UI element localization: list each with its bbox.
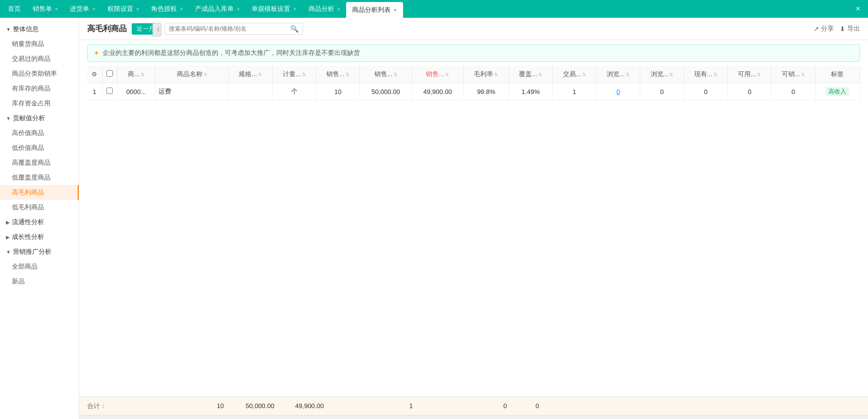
footer-sales-profit: 49,900.00 (285, 402, 334, 410)
nav-close-product-analysis-list[interactable]: × (394, 7, 397, 13)
sidebar-section-marketing[interactable]: ▼ 营销推广分析 (0, 244, 79, 259)
nav-template[interactable]: 单据模板设置 × (246, 0, 302, 18)
nav-roles[interactable]: 角色授权 × (145, 0, 189, 18)
row-transaction: 1 (553, 83, 596, 100)
col-settings[interactable]: ⚙ (87, 66, 102, 83)
select-all-checkbox[interactable] (106, 70, 113, 77)
footer-sales-qty: 10 (205, 402, 235, 410)
col-browse2[interactable]: 浏览...⇅ (640, 66, 684, 83)
row-coverage: 1.49% (509, 83, 553, 100)
search-input[interactable] (169, 25, 290, 32)
nav-close-permissions[interactable]: × (136, 6, 139, 12)
col-unit[interactable]: 计量...⇅ (272, 66, 316, 83)
row-saleable: 0 (771, 83, 815, 100)
sidebar-section-growth[interactable]: ▶ 成长性分析 (0, 230, 79, 244)
col-sales-profit[interactable]: 销售...⇅ (411, 66, 463, 83)
footer-label: 合计： (87, 402, 106, 411)
row-available: 0 (728, 83, 771, 100)
sidebar-item-stock-capital[interactable]: 库存资金占用 (0, 96, 79, 111)
col-coverage[interactable]: 覆盖...⇅ (509, 66, 553, 83)
col-spec[interactable]: 规格...⇅ (229, 66, 272, 83)
share-button[interactable]: ↗ 分享 (814, 24, 834, 33)
arrow-marketing: ▼ (6, 249, 11, 255)
nav-close-product-analysis[interactable]: × (337, 6, 340, 12)
main-container: ▼ 整体信息 销量货商品 交易过的商品 商品分类助销率 有库存的商品 库存资金占… (0, 18, 868, 419)
row-checkbox (102, 83, 117, 100)
sidebar-section-contribution[interactable]: ▼ 贡献值分析 (0, 111, 79, 126)
col-name[interactable]: 商品名称⇅ (155, 66, 229, 83)
arrow-overall: ▼ (6, 27, 11, 32)
table-wrapper: ⚙ 商...⇅ 商品名称⇅ 规格...⇅ 计量...⇅ 销售...⇅ 销售...… (79, 66, 868, 396)
footer-current-stock: 0 (488, 402, 522, 410)
col-tag[interactable]: 标签 (815, 66, 860, 83)
nav-sales-order[interactable]: 销售单 × (27, 0, 64, 18)
sidebar-section-overall[interactable]: ▼ 整体信息 (0, 22, 79, 37)
page-title: 高毛利商品 (87, 24, 127, 34)
horizontal-scrollbar[interactable] (79, 415, 868, 419)
sidebar: ▼ 整体信息 销量货商品 交易过的商品 商品分类助销率 有库存的商品 库存资金占… (0, 18, 79, 419)
row-spec (229, 83, 272, 100)
nav-product-inbound[interactable]: 产成品入库单 × (189, 0, 246, 18)
col-browse1[interactable]: 浏览...⇅ (596, 66, 640, 83)
nav-home[interactable]: 首页 (2, 0, 27, 18)
col-checkbox (102, 66, 117, 83)
col-current-stock[interactable]: 现有...⇅ (684, 66, 727, 83)
data-table: ⚙ 商...⇅ 商品名称⇅ 规格...⇅ 计量...⇅ 销售...⇅ 销售...… (87, 66, 860, 100)
sidebar-item-in-stock[interactable]: 有库存的商品 (0, 81, 79, 96)
col-sales-amount[interactable]: 销售...⇅ (360, 66, 412, 83)
sidebar-item-low-value[interactable]: 低价值商品 (0, 140, 79, 155)
export-button[interactable]: ⬇ 导出 (840, 24, 860, 33)
export-icon: ⬇ (840, 25, 845, 33)
info-icon: ✦ (94, 49, 100, 57)
row-sales-qty: 10 (316, 83, 359, 100)
nav-product-analysis-list[interactable]: 商品分析列表 × (346, 2, 403, 18)
footer-available: 0 (522, 402, 552, 410)
nav-close-template[interactable]: × (293, 6, 296, 12)
row-select-checkbox[interactable] (106, 88, 113, 94)
sidebar-item-bestsellers[interactable]: 销量货商品 (0, 37, 79, 51)
table-header-row: ⚙ 商...⇅ 商品名称⇅ 规格...⇅ 计量...⇅ 销售...⇅ 销售...… (87, 66, 860, 83)
sidebar-item-low-margin[interactable]: 低毛利商品 (0, 200, 79, 215)
sidebar-toggle-button[interactable]: 《 (153, 23, 161, 37)
sidebar-item-category-rate[interactable]: 商品分类助销率 (0, 66, 79, 81)
arrow-contribution: ▼ (6, 116, 11, 121)
footer-sales-amount: 50,000.00 (235, 402, 285, 410)
row-name: 运费 (155, 83, 229, 100)
row-current-stock: 0 (684, 83, 727, 100)
nav-product-analysis[interactable]: 商品分析 × (303, 0, 346, 18)
col-available[interactable]: 可用...⇅ (728, 66, 771, 83)
sidebar-item-high-coverage[interactable]: 高覆盖度商品 (0, 155, 79, 170)
table-row: 1 0000... 运费 个 10 50,000.00 49,900.00 99… (87, 83, 860, 100)
content-header: 高毛利商品 近一月 🔍 ↗ 分享 ⬇ 导出 (79, 18, 868, 40)
row-browse1[interactable]: 0 (596, 83, 640, 100)
sidebar-item-new-products[interactable]: 新品 (0, 274, 79, 289)
row-browse2: 0 (640, 83, 684, 100)
arrow-growth: ▶ (6, 234, 10, 240)
header-actions: ↗ 分享 ⬇ 导出 (814, 24, 860, 33)
nav-purchase-order[interactable]: 进货单 × (64, 0, 101, 18)
nav-close-purchase-order[interactable]: × (92, 6, 95, 12)
col-transaction[interactable]: 交易...⇅ (553, 66, 596, 83)
search-box: 🔍 (164, 23, 303, 35)
close-window-button[interactable]: × (854, 5, 862, 13)
nav-close-product-inbound[interactable]: × (237, 6, 240, 12)
row-gross-margin: 99.8% (463, 83, 509, 100)
arrow-liquidity: ▶ (6, 220, 10, 225)
sidebar-section-liquidity[interactable]: ▶ 流通性分析 (0, 215, 79, 230)
row-index: 1 (87, 83, 102, 100)
nav-close-sales-order[interactable]: × (55, 6, 58, 12)
col-saleable[interactable]: 可销...⇅ (771, 66, 815, 83)
col-sales-qty[interactable]: 销售...⇅ (316, 66, 359, 83)
sidebar-item-high-value[interactable]: 高价值商品 (0, 126, 79, 140)
footer-cells: 10 50,000.00 49,900.00 1 0 0 (116, 402, 860, 410)
sidebar-item-all-products[interactable]: 全部商品 (0, 259, 79, 274)
search-icon[interactable]: 🔍 (290, 25, 299, 33)
nav-permissions[interactable]: 权限设置 × (102, 0, 145, 18)
sidebar-item-traded[interactable]: 交易过的商品 (0, 51, 79, 66)
info-banner: ✦ 企业的主要的利润都是这部分商品创造的，可考虑加大推广，同时关注库存是不要出现… (87, 44, 860, 62)
sidebar-item-low-coverage[interactable]: 低覆盖度商品 (0, 170, 79, 185)
col-gross-margin[interactable]: 毛利率⇅ (463, 66, 509, 83)
nav-close-roles[interactable]: × (180, 6, 183, 12)
sidebar-item-high-margin[interactable]: 高毛利商品 (0, 185, 79, 200)
col-code[interactable]: 商...⇅ (117, 66, 155, 83)
